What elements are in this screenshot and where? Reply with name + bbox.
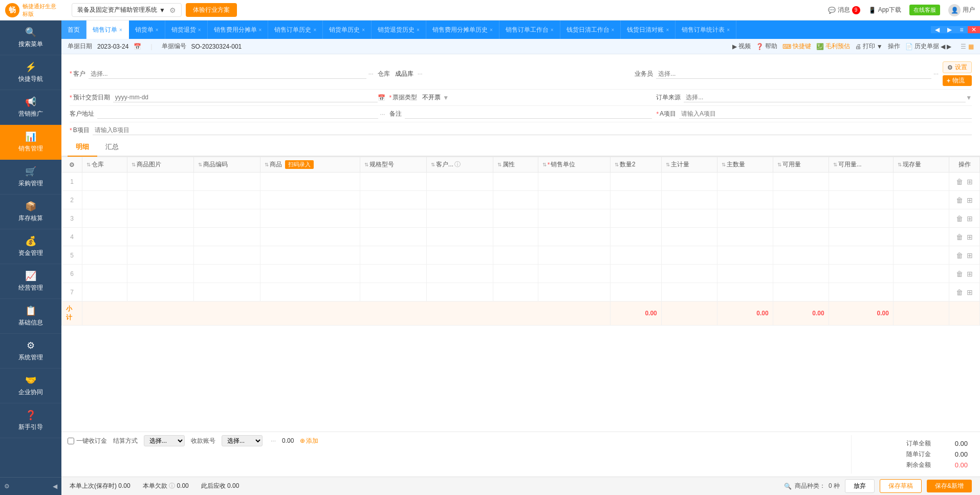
cell-main-qty-4[interactable] [717, 228, 773, 246]
sidebar-collapse-icon[interactable]: ◀ [53, 483, 57, 490]
sidebar-item-inventory[interactable]: 📦 库存核算 [0, 195, 61, 229]
online-service-btn[interactable]: 在线客服 [909, 5, 940, 15]
cell-qty2-5[interactable] [611, 246, 662, 265]
copy-icon-6[interactable]: ⊞ [967, 270, 973, 278]
sidebar-item-marketing[interactable]: 📢 营销推广 [0, 90, 61, 125]
cell-warehouse-1[interactable] [82, 173, 127, 191]
sidebar-item-system[interactable]: ⚙ 系统管理 [0, 334, 61, 369]
delete-icon-1[interactable]: 🗑 [956, 178, 963, 186]
settings-btn[interactable]: ⚙ 设置 [943, 61, 972, 73]
cell-product-6[interactable] [260, 265, 360, 283]
cell-code-4[interactable] [193, 228, 260, 246]
sidebar-item-search[interactable]: 🔍 搜索菜单 [0, 20, 61, 55]
th-available1[interactable]: ⇅ 可用量 [773, 157, 829, 173]
account-more-icon[interactable]: ··· [271, 437, 276, 444]
user-item[interactable]: 👤 用户 [948, 4, 975, 16]
cell-unit-1[interactable] [538, 173, 610, 191]
calendar-icon[interactable]: 📅 [134, 43, 141, 50]
scan-entry-btn[interactable]: 扫码录入 [285, 160, 314, 169]
tab-next-btn[interactable]: ▶ [943, 26, 955, 33]
cell-customer-code-7[interactable] [426, 283, 493, 302]
tab-summary[interactable]: 汇总 [97, 138, 127, 157]
th-customer-code[interactable]: ⇅ 客户... ⓘ [426, 157, 493, 173]
copy-icon-3[interactable]: ⊞ [967, 214, 973, 223]
tab-sales-order[interactable]: 销售订单 × [86, 20, 129, 39]
cell-qty2-6[interactable] [611, 265, 662, 283]
sidebar-item-operations[interactable]: 📈 经营管理 [0, 264, 61, 299]
cell-warehouse-6[interactable] [82, 265, 127, 283]
tab-close-sales-order[interactable]: × [119, 27, 122, 33]
th-main-qty[interactable]: ⇅ 主数量 [717, 157, 773, 173]
cell-main-qty-5[interactable] [717, 246, 773, 265]
note-input[interactable] [405, 109, 652, 119]
shortcut-btn[interactable]: ⌨ 快捷键 [782, 42, 811, 51]
cell-spec-4[interactable] [360, 228, 427, 246]
cell-unit-4[interactable] [538, 228, 610, 246]
view-btn[interactable]: ▶ 视频 [732, 42, 751, 51]
cell-attribute-2[interactable] [493, 191, 538, 209]
customer-more-icon[interactable]: ··· [368, 70, 374, 77]
save-draft-btn[interactable]: 保存草稿 [880, 479, 922, 493]
delete-icon-3[interactable]: 🗑 [956, 214, 963, 223]
cell-code-1[interactable] [193, 173, 260, 191]
cell-spec-3[interactable] [360, 209, 427, 228]
delete-icon-5[interactable]: 🗑 [956, 251, 963, 260]
cell-warehouse-7[interactable] [82, 283, 127, 302]
tab-expense-history[interactable]: 销售费用分摊单历史 × [426, 20, 499, 39]
cell-main-qty-6[interactable] [717, 265, 773, 283]
address-input[interactable] [97, 109, 378, 119]
tab-detail[interactable]: 明细 [68, 138, 97, 157]
account-select[interactable]: 选择... [222, 435, 263, 446]
cell-attribute-1[interactable] [493, 173, 538, 191]
tab-stats[interactable]: 销售订单统计表 × [676, 20, 736, 39]
tab-menu-btn[interactable]: ≡ [955, 26, 968, 33]
view-grid-icon[interactable]: ☰ [961, 43, 966, 50]
cell-product-4[interactable] [260, 228, 360, 246]
th-unit[interactable]: ⇅ * 销售单位 [538, 157, 610, 173]
tab-order-history[interactable]: 销售订单历史 × [268, 20, 323, 39]
copy-icon-1[interactable]: ⊞ [967, 178, 973, 186]
online-service-item[interactable]: 在线客服 [909, 5, 940, 15]
tab-close-reconcile[interactable]: × [666, 27, 669, 33]
operate-btn[interactable]: 操作 [888, 42, 900, 51]
system-selector[interactable]: 装备及固定资产辅助管理系统 ▼ ⚙ [72, 3, 182, 17]
tab-close-order-history[interactable]: × [313, 27, 316, 33]
tab-home[interactable]: 首页 [61, 20, 86, 39]
cell-warehouse-4[interactable] [82, 228, 127, 246]
calendar2-icon[interactable]: 📅 [378, 94, 385, 101]
th-available2[interactable]: ⇅ 可用量... [829, 157, 893, 173]
cell-product-7[interactable] [260, 283, 360, 302]
th-code[interactable]: ⇅ 商品编码 [193, 157, 260, 173]
cell-attribute-7[interactable] [493, 283, 538, 302]
cell-unit-7[interactable] [538, 283, 610, 302]
order-source-input[interactable] [684, 93, 966, 102]
cell-warehouse-3[interactable] [82, 209, 127, 228]
tab-return-history[interactable]: 销货退货历史 × [372, 20, 426, 39]
sidebar-item-basic[interactable]: 📋 基础信息 [0, 299, 61, 334]
cell-unit-3[interactable] [538, 209, 610, 228]
delete-icon-2[interactable]: 🗑 [956, 196, 963, 204]
sidebar-settings-icon[interactable]: ⚙ [4, 483, 10, 490]
th-stock[interactable]: ⇅ 现存量 [893, 157, 949, 173]
delete-icon-6[interactable]: 🗑 [956, 270, 963, 278]
th-spec[interactable]: ⇅ 规格型号 [360, 157, 427, 173]
tab-sales-goods[interactable]: 销货单 × [129, 20, 165, 39]
cell-unit-2[interactable] [538, 191, 610, 209]
salesperson-more-icon[interactable]: ··· [933, 70, 939, 77]
help-btn[interactable]: ❓ 帮助 [756, 42, 777, 51]
copy-icon-4[interactable]: ⊞ [967, 233, 973, 241]
tab-close-return[interactable]: × [198, 27, 201, 33]
cell-spec-6[interactable] [360, 265, 427, 283]
th-attribute[interactable]: ⇅ 属性 [493, 157, 538, 173]
cell-customer-code-1[interactable] [426, 173, 493, 191]
tab-close-stats[interactable]: × [727, 27, 730, 33]
delete-icon-4[interactable]: 🗑 [956, 233, 963, 241]
b-project-input[interactable] [93, 125, 972, 135]
tab-reconcile[interactable]: 钱货日清对账 × [621, 20, 676, 39]
a-project-input[interactable] [679, 109, 972, 119]
tab-daily-workbench[interactable]: 钱货日清工作台 × [560, 20, 621, 39]
cell-product-3[interactable] [260, 209, 360, 228]
sidebar-item-nav[interactable]: ⚡ 快捷导航 [0, 55, 61, 90]
tab-expense[interactable]: 销售费用分摊单 × [208, 20, 269, 39]
th-product[interactable]: ⇅ 商品 扫码录入 [260, 157, 360, 173]
